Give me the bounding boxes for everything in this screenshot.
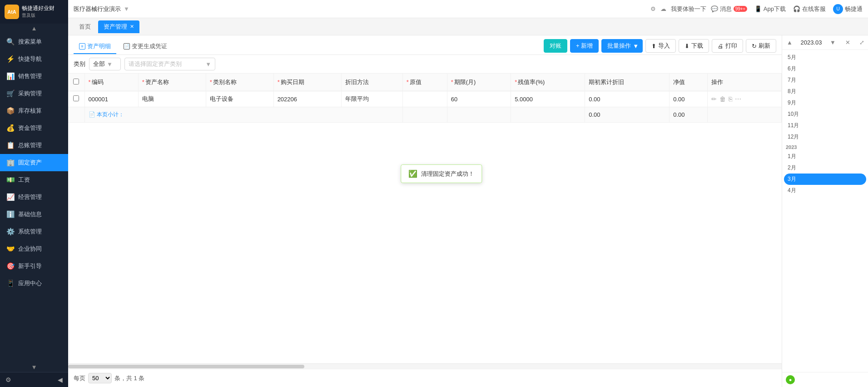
month-11[interactable]: 11月 [784, 120, 866, 131]
calendar-prev-icon[interactable]: ▲ [786, 38, 794, 47]
tab-asset-mgmt[interactable]: 资产管理 ✕ [98, 20, 139, 33]
more-icon[interactable]: ⋯ [735, 95, 741, 103]
scrollbar-thumb[interactable] [68, 365, 304, 368]
row-category: 电子设备 [206, 91, 273, 107]
system-icon: ⚙️ [6, 228, 15, 236]
subtotal-label: 📄 本页小计： [89, 111, 124, 118]
sidebar-item-basic-info[interactable]: ℹ️ 基础信息 [0, 206, 68, 223]
calendar-next-icon[interactable]: ▼ [829, 38, 837, 47]
capital-icon: 💰 [6, 124, 15, 132]
category-select[interactable]: 全部 ▼ [89, 58, 121, 70]
message-button[interactable]: 💬 消息 99++ [711, 5, 747, 13]
assets-table: *编码 *资产名称 *类别名称 *购买日期 折旧方法 *原值 *期限(月) *残… [68, 74, 782, 123]
horizontal-scrollbar[interactable] [68, 363, 782, 369]
app-download-icon: 📱 [754, 5, 762, 12]
logo-sub: 普及版 [22, 12, 55, 19]
col-residual-rate: *残值率(%) [511, 74, 585, 91]
experience-label[interactable]: 我要体验一下 [671, 5, 706, 13]
category-filter-label: 类别 [74, 60, 85, 68]
action-icons: ✏ 🗑 ⎘ ⋯ [711, 95, 778, 103]
sidebar-item-app-center[interactable]: 📱 应用中心 [0, 275, 68, 292]
sales-icon: 📊 [6, 72, 15, 80]
sidebar-item-capital[interactable]: 💰 资金管理 [0, 119, 68, 137]
month-2023-2[interactable]: 2月 [784, 162, 866, 174]
month-2023-4[interactable]: 4月 [784, 185, 866, 196]
calendar-close-icon[interactable]: ✕ [845, 39, 850, 46]
month-6[interactable]: 6月 [784, 63, 866, 74]
sidebar-item-enterprise[interactable]: 🤝 企业协同 [0, 240, 68, 258]
sidebar-item-operations[interactable]: 📈 经营管理 [0, 189, 68, 206]
batch-button[interactable]: 批量操作 ▼ [601, 39, 643, 53]
import-button[interactable]: ⬆ 导入 [645, 39, 676, 53]
row-purchase-date: 202206 [273, 91, 341, 107]
edit-icon[interactable]: ✏ [711, 95, 717, 103]
sidebar-item-payroll[interactable]: 💵 工资 [0, 171, 68, 189]
month-10[interactable]: 10月 [784, 109, 866, 120]
sidebar-item-quick-nav[interactable]: ⚡ 快捷导航 [0, 50, 68, 68]
page-size-select[interactable]: 20 50 100 [88, 373, 112, 383]
month-9[interactable]: 9月 [784, 97, 866, 109]
experience-icon: ☁ [660, 5, 666, 12]
sidebar-item-sales[interactable]: 📊 销售管理 [0, 68, 68, 85]
row-original-value [402, 91, 447, 107]
copy-icon[interactable]: ⎘ [729, 95, 732, 103]
download-icon: ⬇ [684, 43, 689, 50]
tabs-bar: 首页 资产管理 ✕ [68, 18, 868, 35]
month-7[interactable]: 7月 [784, 74, 866, 86]
new-button[interactable]: + 新增 [570, 39, 599, 53]
sidebar-item-system[interactable]: ⚙️ 系统管理 [0, 223, 68, 240]
sidebar-item-fixed-assets[interactable]: 🏢 固定资产 [0, 154, 68, 171]
row-initial-dep: 0.00 [585, 91, 670, 107]
user-menu[interactable]: U 畅捷通 [833, 4, 863, 14]
refresh-button[interactable]: ↻ 刷新 [746, 39, 776, 53]
sidebar-item-purchase[interactable]: 🛒 采购管理 [0, 85, 68, 102]
sidebar-scroll-up[interactable]: ▲ [0, 24, 68, 33]
month-12[interactable]: 12月 [784, 131, 866, 143]
fixed-assets-icon: 🏢 [6, 159, 15, 167]
month-2023-1[interactable]: 1月 [784, 151, 866, 162]
header-right: 💬 消息 99++ 📱 App下载 🎧 在线客服 U 畅捷通 [711, 4, 863, 14]
total-label: 条，共 1 条 [114, 374, 144, 382]
print-button[interactable]: 🖨 打印 [712, 39, 743, 53]
reconcile-button[interactable]: 对账 [544, 39, 567, 53]
app-download-button[interactable]: 📱 App下载 [754, 5, 786, 13]
sub-tab-change-voucher[interactable]: 📄 变更生成凭证 [118, 40, 173, 54]
change-voucher-tab-icon: 📄 [124, 43, 130, 50]
settings-gear-icon[interactable]: ⚙ [650, 5, 656, 12]
col-dep-method: 折旧方法 [341, 74, 402, 91]
company-dropdown-icon: ▼ [124, 5, 129, 12]
row-code: 000001 [84, 91, 138, 107]
page-content: ≡ 资产明细 📄 变更生成凭证 对账 + 新增 批量操作 ▼ ⬆ [68, 35, 868, 387]
settings-icon[interactable]: ⚙ [5, 376, 11, 383]
collapse-icon[interactable]: ◀ [58, 376, 63, 383]
sidebar-item-ledger[interactable]: 📋 总账管理 [0, 137, 68, 154]
sidebar-scroll-down[interactable]: ▼ [0, 362, 68, 372]
calendar-title: 2023.03 [800, 39, 822, 46]
enterprise-icon: 🤝 [6, 245, 15, 253]
sidebar-item-guide[interactable]: 🎯 新手引导 [0, 258, 68, 275]
calendar-dot-button[interactable]: ● [786, 375, 795, 384]
row-checkbox[interactable] [73, 95, 79, 101]
sidebar-item-search[interactable]: 🔍 搜索菜单 [0, 33, 68, 50]
month-5[interactable]: 5月 [784, 52, 866, 63]
select-all-checkbox[interactable] [73, 79, 79, 84]
main-area: 医疗器械行业演示 ▼ ⚙ ☁ 我要体验一下 💬 消息 99++ 📱 App下载 … [68, 0, 868, 387]
col-net-value: 净值 [670, 74, 708, 91]
delete-icon[interactable]: 🗑 [719, 95, 726, 103]
sidebar-scroll: 🔍 搜索菜单 ⚡ 快捷导航 📊 销售管理 🛒 采购管理 📦 库存核算 💰 资金管… [0, 33, 68, 362]
online-support-button[interactable]: 🎧 在线客服 [793, 5, 826, 13]
sidebar-item-inventory[interactable]: 📦 库存核算 [0, 102, 68, 119]
company-selector[interactable]: 医疗器械行业演示 ▼ [74, 5, 646, 13]
asset-detail-tab-icon: ≡ [79, 43, 85, 50]
table-row: 000001 电脑 电子设备 202206 年限平均 60 5.0000 0.0… [68, 91, 782, 107]
tab-home[interactable]: 首页 [74, 20, 96, 33]
download-button[interactable]: ⬇ 下载 [679, 39, 709, 53]
calendar-expand-icon[interactable]: ⤢ [859, 39, 864, 46]
month-8[interactable]: 8月 [784, 86, 866, 97]
company-name: 医疗器械行业演示 [74, 5, 121, 13]
sub-tab-asset-detail[interactable]: ≡ 资产明细 [74, 40, 116, 54]
month-2023-3[interactable]: 3月 [784, 174, 866, 185]
category-input-select[interactable]: 请选择固定资产类别 ▼ [124, 58, 215, 70]
table-header-row: *编码 *资产名称 *类别名称 *购买日期 折旧方法 *原值 *期限(月) *残… [68, 74, 782, 91]
tab-close-icon[interactable]: ✕ [130, 24, 134, 30]
